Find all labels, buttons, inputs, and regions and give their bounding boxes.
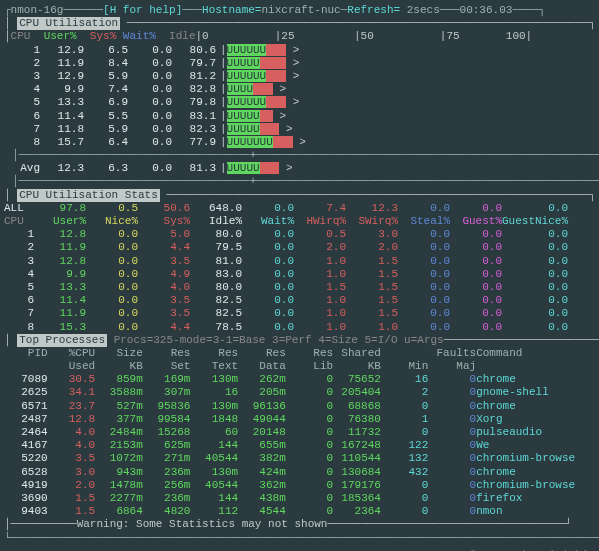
warning-text: Warning: Some Statistics may not shown	[77, 518, 328, 530]
stats-row: 611.40.03.582.50.01.01.50.00.00.0	[4, 294, 568, 307]
tp-row: 262534.13588m307m16205m020540420gnome-sh…	[4, 386, 595, 399]
tp-row: 52203.51072m271m40544382m01105441320chro…	[4, 452, 595, 465]
cpu-row: 1 12.9 6.5 0.0 80.6 |UUUUUU > |	[10, 44, 599, 57]
cpu-stats-title: CPU Utilisation Stats	[17, 189, 160, 202]
cpu-util-section: │ CPU Utilisation ──────────────────────…	[4, 17, 595, 188]
cpu-row: 5 13.3 6.9 0.0 79.8 |UUUUUU > |	[10, 96, 599, 109]
cpu-row: 8 15.7 6.4 0.0 77.9 |UUUUUUU > |	[10, 136, 599, 149]
stats-row: 711.90.03.582.50.01.01.50.00.00.0	[4, 307, 568, 320]
tp-row: 94031.56864482011245440236400nmon	[4, 505, 595, 518]
stats-row: 513.30.04.080.00.01.51.50.00.00.0	[4, 281, 568, 294]
tp-row: 24644.02484m15268602014801173200pulseaud…	[4, 426, 595, 439]
cpu-util-table: 1 12.9 6.5 0.0 80.6 |UUUUUU > | 2 11.9 8…	[10, 44, 599, 189]
tp-header2: UsedKBSetTextDataLibKBMinMaj	[4, 360, 595, 373]
tp-row: 708930.5859m169m130m262m075652160chrome	[4, 373, 595, 386]
tp-row: 49192.01478m256m40544362m017917600chromi…	[4, 479, 595, 492]
cpu-util-title: CPU Utilisation	[17, 17, 120, 30]
cpu-row: 3 12.9 5.9 0.0 81.2 |UUUUUU > |	[10, 70, 599, 83]
cpu-stats-table: ALL97.80.550.6648.00.07.412.30.00.00.0CP…	[4, 202, 568, 334]
header-line: ┌nmon-16g──────[H for help]───Hostname=n…	[4, 4, 595, 17]
top-proc-table: PID%CPUSizeResResResResSharedFaultsComma…	[4, 347, 595, 518]
cpu-stats-section: │ CPU Utilisation Stats ────────────────…	[4, 189, 595, 334]
tp-row: 65283.0943m236m130m424m01306844320chrome	[4, 466, 595, 479]
tp-header: PID%CPUSizeResResResResSharedFaultsComma…	[4, 347, 595, 360]
cpu-row: 6 11.4 5.5 0.0 83.1 |UUUUU > |	[10, 110, 599, 123]
stats-header: CPUUser%Nice%Sys%Idle%Wait%HWirq%SWirq%S…	[4, 215, 568, 228]
cpu-row: Avg 12.3 6.3 0.0 81.3 |UUUUU > |	[10, 162, 599, 175]
top-proc-section: │ Top Processes Procs=325-mode=3-1=Base …	[4, 334, 595, 532]
stats-row: 815.30.04.478.50.01.01.00.00.00.0	[4, 321, 568, 334]
tp-row: 36901.52277m236m144438m018536400firefox	[4, 492, 595, 505]
stats-row: 211.90.04.479.50.02.02.00.00.00.0	[4, 241, 568, 254]
tp-row: 41674.02153m625m144655m01672481220We	[4, 439, 595, 452]
stats-row: 49.90.04.983.00.01.01.50.00.00.0	[4, 268, 568, 281]
cpu-util-headers: CPU User% Sys% Wait% Idle	[11, 30, 196, 42]
stats-row: 112.80.05.080.00.00.53.00.00.00.0	[4, 228, 568, 241]
stats-all-row: ALL97.80.550.6648.00.07.412.30.00.00.0	[4, 202, 568, 215]
cpu-row: 2 11.9 8.4 0.0 79.7 |UUUUU > |	[10, 57, 599, 70]
stats-row: 312.80.03.581.00.01.01.50.00.00.0	[4, 255, 568, 268]
cpu-row: 7 11.8 5.9 0.0 82.3 |UUUUU > |	[10, 123, 599, 136]
top-proc-title: Top Processes	[17, 334, 107, 347]
tp-row: 248712.8377m9958418484904407638010Xorg	[4, 413, 595, 426]
cpu-row: 4 9.9 7.4 0.0 82.8 |UUUU > |	[10, 83, 599, 96]
tp-row: 657123.7527m95836130m9613606886800chrome	[4, 400, 595, 413]
